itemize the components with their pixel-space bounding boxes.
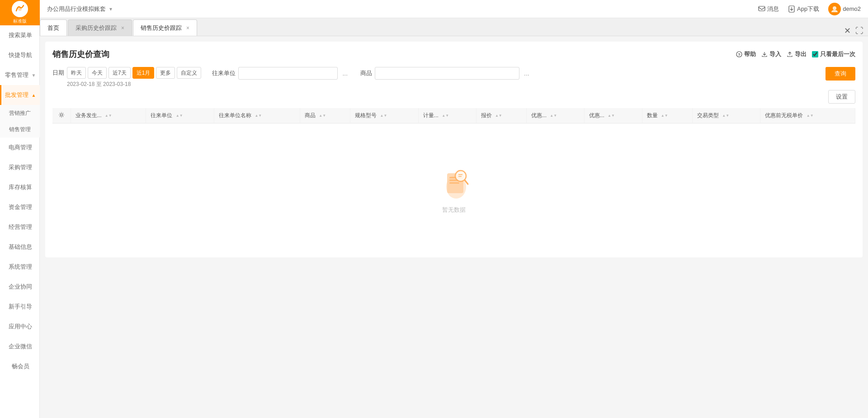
date-label: 日期 [52,69,64,77]
date-btn-1month[interactable]: 近1月 [132,67,155,79]
settings-button[interactable]: 设置 [828,90,855,104]
app-download-button[interactable]: App下载 [788,5,819,13]
sidebar-item-ecommerce[interactable]: 电商管理 [0,138,40,157]
gear-icon [58,112,65,118]
counterpart-input[interactable] [238,67,338,80]
counterpart-more-btn[interactable]: ... [340,70,349,77]
th-gear[interactable] [52,108,71,124]
sidebar-item-shortcut[interactable]: 快捷导航 [0,45,40,65]
sidebar-item-sales-mgmt[interactable]: 销售管理 [0,121,40,138]
app-download-icon [788,5,795,13]
sidebar-item-marketing[interactable]: 营销推广 [0,105,40,121]
maximize-tab-icon[interactable]: ⛶ [855,26,863,36]
sidebar-item-base-info[interactable]: 基础信息 [0,237,40,257]
only-last-checkbox[interactable] [812,51,818,57]
th-trade-type[interactable]: 交易类型 ▲▼ [692,108,760,124]
sort-icon: ▲▼ [807,114,814,118]
svg-point-10 [60,114,62,116]
query-button[interactable]: 查询 [826,67,855,81]
sidebar-item-label: 基础信息 [9,243,32,251]
product-filter: 商品 ... [360,67,531,80]
sidebar-item-wholesale[interactable]: 批发管理 ▲ [0,85,40,105]
sidebar-item-label: 企业协同 [9,283,32,291]
th-spec[interactable]: 规格型号 ▲▼ [350,108,419,124]
th-quote[interactable]: 报价 ▲▼ [476,108,526,124]
sidebar-item-wechat[interactable]: 企业微信 [0,337,40,356]
close-tab-icon[interactable]: ✕ [844,26,851,36]
chevron-up-icon: ▲ [32,93,36,98]
sidebar-item-operations[interactable]: 经营管理 [0,217,40,237]
product-more-btn[interactable]: ... [522,70,531,77]
sidebar-item-retail[interactable]: 零售管理 ▼ [0,65,40,85]
tab-home[interactable]: 首页 [40,19,67,36]
th-counterpart-code[interactable]: 往来单位 ▲▼ [146,108,214,124]
sidebar-item-system[interactable]: 系统管理 [0,257,40,277]
only-last-checkbox-label[interactable]: 只看最后一次 [812,50,855,58]
filter-actions: 查询 [826,67,855,81]
sort-icon: ▲▼ [319,114,326,118]
sidebar-item-label: 经营管理 [9,223,32,231]
topbar-dropdown-icon[interactable]: ▾ [109,6,112,12]
date-btn-today[interactable]: 今天 [88,67,107,79]
tabs-end-actions: ✕ ⛶ [844,26,868,36]
th-product[interactable]: 商品 ▲▼ [300,108,350,124]
th-quantity[interactable]: 数量 ▲▼ [642,108,692,124]
date-btn-yesterday[interactable]: 昨天 [67,67,86,79]
th-pretax-price[interactable]: 优惠前无税单价 ▲▼ [760,108,855,124]
sidebar-item-label: 搜索菜单 [9,31,32,39]
avatar [828,3,841,15]
sidebar-item-app-center[interactable]: 应用中心 [0,317,40,337]
th-discount1[interactable]: 优惠... ▲▼ [527,108,585,124]
tab-purchase-history[interactable]: 采购历史价跟踪 × [68,19,132,36]
date-btn-custom[interactable]: 自定义 [177,67,201,79]
sort-icon: ▲▼ [105,114,112,118]
tab-home-label: 首页 [47,24,59,32]
sidebar-item-purchase[interactable]: 采购管理 [0,157,40,177]
topbar-right: 消息 App下载 demo2 [758,3,861,15]
help-button[interactable]: ? 帮助 [736,50,756,58]
sort-icon: ▲▼ [550,114,557,118]
sidebar-item-label: 新手引导 [9,303,32,311]
sort-icon: ▲▼ [442,114,449,118]
sort-icon: ▲▼ [255,114,262,118]
sidebar-item-label: 零售管理 [5,71,28,79]
th-unit[interactable]: 计量... ▲▼ [418,108,476,124]
svg-point-5 [833,6,836,10]
sidebar-item-label: 企业微信 [9,342,32,351]
sidebar-item-newcomer[interactable]: 新手引导 [0,297,40,317]
sidebar-item-label: 系统管理 [9,263,32,271]
sort-icon: ▲▼ [380,114,387,118]
tab-purchase-close[interactable]: × [121,25,124,31]
sidebar-item-label: 快捷导航 [9,51,32,59]
user-avatar-button[interactable]: demo2 [828,3,861,15]
import-icon [761,51,768,57]
sidebar-item-label: 资金管理 [9,203,32,211]
sidebar-item-vip[interactable]: 畅会员 [0,356,40,376]
sidebar-item-search[interactable]: 搜索菜单 [0,25,40,45]
table-wrap: 业务发生... ▲▼ 往来单位 ▲▼ 往来单位名称 ▲▼ [52,108,855,250]
help-icon: ? [736,51,742,57]
sort-icon: ▲▼ [495,114,502,118]
sidebar-item-enterprise[interactable]: 企业协同 [0,277,40,297]
th-discount2[interactable]: 优惠... ▲▼ [584,108,642,124]
topbar-title: 办公用品行业模拟账套 [47,5,106,13]
sidebar-item-label: 采购管理 [9,163,32,171]
product-input[interactable] [375,67,519,80]
chevron-down-icon: ▼ [32,73,36,78]
message-button[interactable]: 消息 [758,5,779,13]
sort-icon: ▲▼ [608,114,615,118]
sidebar-item-finance[interactable]: 资金管理 [0,197,40,217]
counterpart-filter: 往来单位 ... [212,67,349,80]
th-counterpart-name[interactable]: 往来单位名称 ▲▼ [214,108,300,124]
export-button[interactable]: 导出 [787,50,807,58]
sidebar-logo[interactable]: 标准版 [0,0,40,25]
tab-sales-close[interactable]: × [186,25,189,31]
date-btn-more[interactable]: 更多 [156,67,175,79]
date-btn-7days[interactable]: 近7天 [108,67,131,79]
sidebar-item-label: 销售管理 [9,126,31,133]
tab-sales-history[interactable]: 销售历史价跟踪 × [133,19,197,36]
import-button[interactable]: 导入 [761,50,781,58]
sidebar-item-label: 应用中心 [9,323,32,331]
th-biz-date[interactable]: 业务发生... ▲▼ [71,108,146,124]
sidebar-item-inventory[interactable]: 库存核算 [0,177,40,197]
